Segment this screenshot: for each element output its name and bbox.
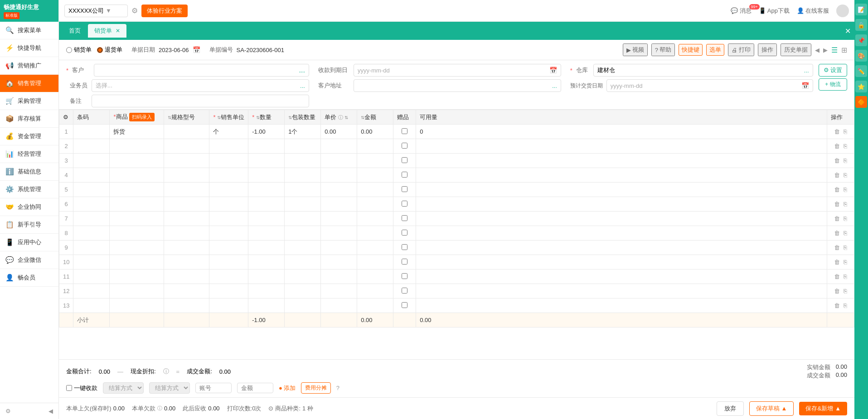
row-unit-price[interactable] (321, 299, 357, 313)
row-product[interactable] (110, 183, 164, 197)
right-panel-item-7[interactable]: 🔶 (855, 96, 867, 108)
remarks-input[interactable] (92, 95, 309, 107)
gift-checkbox[interactable] (402, 244, 407, 250)
row-product[interactable] (110, 154, 164, 168)
operate-button[interactable]: 操作 (758, 43, 777, 56)
copy-icon[interactable]: ⎘ (844, 230, 847, 236)
row-unit-price[interactable] (321, 139, 357, 154)
row-spec[interactable] (164, 125, 209, 139)
row-spec[interactable] (164, 226, 209, 241)
row-amount[interactable]: 0.00 (357, 125, 393, 139)
row-barcode[interactable] (73, 125, 110, 139)
setting-button[interactable]: ⚙ 设置 (819, 64, 847, 77)
copy-icon[interactable]: ⎘ (844, 273, 847, 280)
message-area[interactable]: 💬 消息 99+ (731, 7, 752, 15)
row-unit-price[interactable] (321, 183, 357, 197)
fee-split-button[interactable]: 费用分摊 (301, 382, 331, 394)
row-amount[interactable] (357, 183, 393, 197)
right-panel-item-5[interactable]: ✏️ (855, 65, 867, 77)
save-new-button[interactable]: 保存&新增 ▲ (799, 402, 847, 415)
discount-info-icon[interactable]: ⓘ (163, 367, 169, 376)
row-barcode[interactable] (73, 241, 110, 255)
row-unit[interactable] (209, 284, 248, 299)
row-gift[interactable] (393, 168, 416, 183)
row-amount[interactable] (357, 139, 393, 154)
row-unit[interactable] (209, 197, 248, 212)
row-amount[interactable] (357, 284, 393, 299)
settings-icon[interactable]: ⚙ (5, 408, 11, 414)
sidebar-item-search[interactable]: 🔍 搜索菜单 (0, 22, 58, 39)
gift-checkbox[interactable] (402, 259, 407, 265)
delete-icon[interactable]: 🗑 (834, 143, 840, 149)
payment-due-input[interactable]: yyyy-mm-dd 📅 (354, 64, 561, 77)
row-product[interactable] (110, 226, 164, 241)
row-spec[interactable] (164, 241, 209, 255)
scan-input-button[interactable]: 扫码录入 (129, 113, 155, 121)
account-input[interactable] (195, 383, 232, 393)
add-button[interactable]: ● 添加 (279, 384, 296, 392)
row-pkg-qty[interactable] (285, 299, 321, 313)
payment-method-select[interactable]: 结算方式 (103, 382, 144, 394)
copy-icon[interactable]: ⎘ (844, 215, 847, 222)
row-barcode[interactable] (73, 284, 110, 299)
copy-icon[interactable]: ⎘ (844, 128, 847, 135)
tab-close-icon[interactable]: ✕ (116, 28, 120, 34)
nav-next-icon[interactable]: ▶ (823, 47, 828, 53)
row-product[interactable] (110, 197, 164, 212)
row-spec[interactable] (164, 154, 209, 168)
row-amount[interactable] (357, 241, 393, 255)
sale-radio-input[interactable] (66, 47, 72, 53)
delete-icon[interactable]: 🗑 (834, 273, 840, 280)
gift-checkbox[interactable] (402, 143, 407, 149)
row-spec[interactable] (164, 212, 209, 226)
row-spec[interactable] (164, 270, 209, 284)
settings-gear-icon[interactable]: ⚙ (131, 6, 138, 15)
warehouse-input[interactable]: 建材仓 ... (593, 64, 813, 77)
close-tab-icon[interactable]: ✕ (845, 27, 851, 35)
row-unit-price[interactable] (321, 270, 357, 284)
unit-price-info-icon[interactable]: ⓘ (338, 115, 343, 120)
sidebar-item-member[interactable]: 👤 畅会员 (0, 269, 58, 287)
user-avatar[interactable] (836, 5, 849, 17)
row-barcode[interactable] (73, 154, 110, 168)
row-amount[interactable] (357, 226, 393, 241)
payment-calendar-icon[interactable]: 📅 (549, 67, 557, 74)
right-panel-item-4[interactable]: 🎨 (855, 50, 867, 62)
row-quantity[interactable] (248, 241, 285, 255)
save-draft-button[interactable]: 保存草稿 ▲ (749, 401, 794, 416)
copy-icon[interactable]: ⎘ (844, 143, 847, 149)
customer-address-input[interactable]: ... (354, 79, 561, 92)
row-unit-price[interactable] (321, 197, 357, 212)
row-product[interactable] (110, 168, 164, 183)
right-panel-item-2[interactable]: 🔒 (855, 19, 867, 31)
gift-checkbox[interactable] (402, 273, 407, 279)
gift-checkbox[interactable] (402, 288, 407, 294)
row-gift[interactable] (393, 139, 416, 154)
copy-icon[interactable]: ⎘ (844, 259, 847, 265)
row-spec[interactable] (164, 255, 209, 270)
copy-icon[interactable]: ⎘ (844, 172, 847, 178)
copy-icon[interactable]: ⎘ (844, 244, 847, 251)
fee-help-icon[interactable]: ? (336, 385, 339, 391)
row-pkg-qty[interactable] (285, 154, 321, 168)
sidebar-item-finance[interactable]: 💰 资金管理 (0, 128, 58, 145)
row-unit[interactable]: 个 (209, 125, 248, 139)
sidebar-item-appstore[interactable]: 📱 应用中心 (0, 234, 58, 251)
row-product[interactable] (110, 270, 164, 284)
row-barcode[interactable] (73, 212, 110, 226)
row-quantity[interactable] (248, 255, 285, 270)
gift-checkbox[interactable] (402, 186, 407, 192)
sidebar-item-sales[interactable]: 🏠 销售管理 (0, 75, 58, 92)
row-barcode[interactable] (73, 255, 110, 270)
sidebar-item-wechat[interactable]: 💬 企业微信 (0, 251, 58, 269)
row-quantity[interactable] (248, 154, 285, 168)
online-service-area[interactable]: 👤 在线客服 (797, 7, 829, 15)
row-unit[interactable] (209, 168, 248, 183)
row-amount[interactable] (357, 255, 393, 270)
amount-input[interactable] (237, 383, 273, 393)
row-unit[interactable] (209, 139, 248, 154)
row-spec[interactable] (164, 197, 209, 212)
row-quantity[interactable] (248, 183, 285, 197)
row-quantity[interactable] (248, 197, 285, 212)
row-amount[interactable] (357, 270, 393, 284)
